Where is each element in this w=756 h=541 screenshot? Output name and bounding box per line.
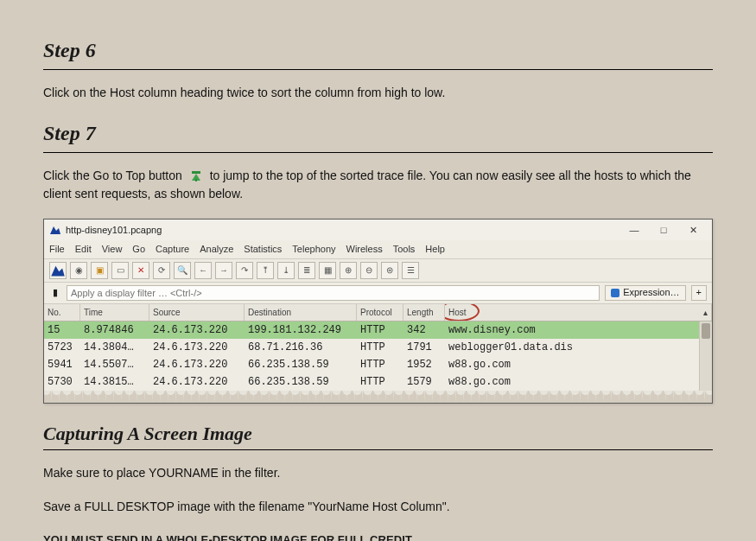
toolbar-color-icon[interactable]: ▦ bbox=[319, 262, 336, 279]
toolbar-circle-icon[interactable]: ◉ bbox=[70, 262, 87, 279]
cell-len: 1952 bbox=[403, 356, 445, 373]
menu-help[interactable]: Help bbox=[425, 242, 445, 257]
cell-dst: 199.181.132.249 bbox=[245, 321, 357, 339]
cell-dst: 66.235.138.59 bbox=[245, 356, 357, 373]
cell-host: weblogger01.data.dis bbox=[445, 339, 708, 356]
scrollbar[interactable] bbox=[699, 321, 712, 391]
step6-text: Click on the Host column heading twice t… bbox=[43, 84, 713, 102]
packet-list-header: No. Time Source Destination Protocol Len… bbox=[44, 304, 712, 321]
cell-host: www.disney.com bbox=[445, 321, 708, 339]
capture-heading: Capturing A Screen Image bbox=[43, 419, 713, 448]
toolbar-resize-icon[interactable]: ☰ bbox=[402, 262, 419, 279]
menu-file[interactable]: File bbox=[49, 242, 65, 257]
toolbar-back-icon[interactable]: ← bbox=[194, 262, 212, 279]
filter-plus-button[interactable]: + bbox=[691, 285, 707, 301]
go-to-top-icon bbox=[188, 169, 204, 184]
svg-rect-2 bbox=[195, 179, 197, 181]
toolbar-bottom-icon[interactable]: ⤓ bbox=[277, 262, 295, 279]
col-length[interactable]: Length bbox=[403, 304, 445, 321]
step7-heading: Step 7 bbox=[43, 118, 713, 149]
close-button[interactable]: ✕ bbox=[679, 222, 707, 238]
toolbar-zoomout-icon[interactable]: ⊖ bbox=[360, 262, 378, 279]
cell-time: 14.3804… bbox=[80, 339, 149, 356]
cell-proto: HTTP bbox=[357, 321, 403, 339]
menu-edit[interactable]: Edit bbox=[75, 242, 92, 257]
col-protocol[interactable]: Protocol bbox=[357, 304, 403, 321]
toolbar-zoom1-icon[interactable]: ⊜ bbox=[381, 262, 398, 279]
capture-line1: Make sure to place YOURNAME in the filte… bbox=[43, 464, 713, 482]
toolbar-jump-icon[interactable]: ↷ bbox=[236, 262, 253, 279]
titlebar: http-disney101.pcapng — □ ✕ bbox=[44, 220, 712, 240]
menu-capture[interactable]: Capture bbox=[156, 242, 189, 257]
toolbar-close-icon[interactable]: ✕ bbox=[132, 262, 149, 279]
toolbar-reload-icon[interactable]: ⟳ bbox=[153, 262, 170, 279]
cell-src: 24.6.173.220 bbox=[149, 373, 245, 391]
menu-view[interactable]: View bbox=[102, 242, 123, 257]
toolbar-auto-icon[interactable]: ≣ bbox=[298, 262, 315, 279]
cell-time: 8.974846 bbox=[80, 321, 149, 339]
cell-proto: HTTP bbox=[357, 373, 403, 391]
col-scroll-gutter: ▴ bbox=[700, 304, 712, 321]
toolbar-find-icon[interactable]: 🔍 bbox=[174, 262, 191, 279]
toolbar-fwd-icon[interactable]: → bbox=[215, 262, 232, 279]
cell-time: 14.3815… bbox=[80, 373, 149, 391]
table-row[interactable]: 5941 14.5507… 24.6.173.220 66.235.138.59… bbox=[44, 356, 712, 373]
cell-no: 5730 bbox=[44, 373, 80, 391]
minimize-button[interactable]: — bbox=[620, 222, 648, 238]
expression-label: Expression… bbox=[623, 285, 679, 300]
display-filter-input[interactable] bbox=[67, 285, 600, 301]
maximize-button[interactable]: □ bbox=[650, 222, 677, 238]
col-host[interactable]: Host bbox=[445, 304, 700, 321]
toolbar: ◉ ▣ ▭ ✕ ⟳ 🔍 ← → ↷ ⤒ ⤓ ≣ ▦ ⊕ ⊖ ⊜ ☰ bbox=[44, 258, 712, 283]
divider bbox=[43, 69, 713, 70]
toolbar-zoomin-icon[interactable]: ⊕ bbox=[340, 262, 357, 279]
packet-list: 15 8.974846 24.6.173.220 199.181.132.249… bbox=[44, 321, 712, 391]
menu-telephony[interactable]: Telephony bbox=[292, 242, 335, 257]
step7-text: Click the Go to Top button to jump to th… bbox=[43, 167, 713, 203]
divider bbox=[43, 449, 713, 450]
cell-src: 24.6.173.220 bbox=[149, 356, 245, 373]
col-destination[interactable]: Destination bbox=[245, 304, 357, 321]
cell-src: 24.6.173.220 bbox=[149, 339, 245, 356]
col-no[interactable]: No. bbox=[44, 304, 80, 321]
cell-proto: HTTP bbox=[357, 356, 403, 373]
toolbar-shark-icon[interactable] bbox=[49, 262, 67, 279]
window-title: http-disney101.pcapng bbox=[66, 223, 619, 238]
divider bbox=[43, 152, 713, 153]
table-row[interactable]: 15 8.974846 24.6.173.220 199.181.132.249… bbox=[44, 321, 712, 339]
wireshark-icon bbox=[49, 224, 61, 236]
scrollbar-thumb[interactable] bbox=[702, 323, 710, 339]
wireshark-window: http-disney101.pcapng — □ ✕ File Edit Vi… bbox=[43, 219, 713, 404]
cell-src: 24.6.173.220 bbox=[149, 321, 245, 339]
toolbar-top-icon[interactable]: ⤒ bbox=[257, 262, 274, 279]
cell-host: w88.go.com bbox=[445, 373, 708, 391]
table-row[interactable]: 5730 14.3815… 24.6.173.220 66.235.138.59… bbox=[44, 373, 712, 391]
capture-line2: Save a FULL DESKTOP image with the filen… bbox=[43, 498, 713, 516]
svg-rect-0 bbox=[192, 171, 200, 174]
toolbar-folder-icon[interactable]: ▣ bbox=[91, 262, 108, 279]
col-source[interactable]: Source bbox=[149, 304, 245, 321]
expression-button[interactable]: Expression… bbox=[605, 285, 685, 301]
cell-dst: 66.235.138.59 bbox=[245, 373, 357, 391]
cell-host: w88.go.com bbox=[445, 356, 708, 373]
step6-heading: Step 6 bbox=[43, 35, 713, 66]
step7-text-before: Click the Go to Top button bbox=[43, 169, 186, 182]
cell-proto: HTTP bbox=[357, 339, 403, 356]
toolbar-save-icon[interactable]: ▭ bbox=[111, 262, 129, 279]
menu-wireless[interactable]: Wireless bbox=[346, 242, 383, 257]
menu-analyze[interactable]: Analyze bbox=[200, 242, 233, 257]
filter-bar: ▮ Expression… + bbox=[44, 283, 712, 304]
table-row[interactable]: 5723 14.3804… 24.6.173.220 68.71.216.36 … bbox=[44, 339, 712, 356]
menu-go[interactable]: Go bbox=[132, 242, 145, 257]
cell-len: 342 bbox=[403, 321, 445, 339]
menu-statistics[interactable]: Statistics bbox=[244, 242, 282, 257]
col-time[interactable]: Time bbox=[80, 304, 149, 321]
cell-len: 1579 bbox=[403, 373, 445, 391]
bookmark-icon[interactable]: ▮ bbox=[49, 285, 61, 300]
cell-time: 14.5507… bbox=[80, 356, 149, 373]
cell-no: 5941 bbox=[44, 356, 80, 373]
menubar: File Edit View Go Capture Analyze Statis… bbox=[44, 240, 712, 258]
capture-line3: YOU MUST SEND IN A WHOLE-DESKTOP IMAGE F… bbox=[43, 531, 713, 542]
cell-len: 1791 bbox=[403, 339, 445, 356]
menu-tools[interactable]: Tools bbox=[393, 242, 416, 257]
